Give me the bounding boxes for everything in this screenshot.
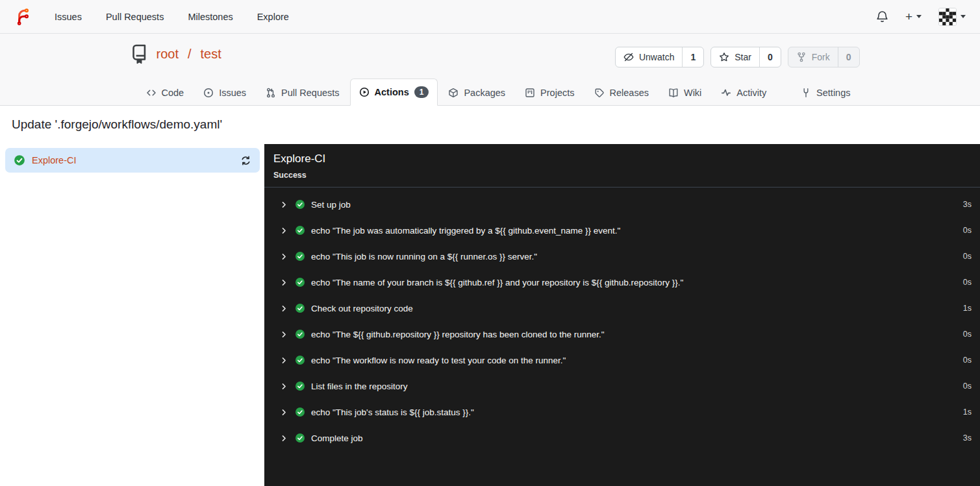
chevron-down-icon — [961, 15, 966, 18]
forks-count[interactable]: 0 — [838, 47, 859, 67]
tab-label: Releases — [610, 88, 649, 98]
step-name: List files in the repository — [311, 382, 955, 391]
step-success-icon — [295, 355, 305, 365]
job-sidebar: Explore-CI — [0, 144, 264, 486]
pull-request-icon — [266, 88, 276, 98]
navbar-right: + — [876, 8, 966, 26]
console-header: Explore-CI Success — [264, 144, 980, 188]
step-success-icon — [295, 303, 305, 313]
user-menu[interactable] — [938, 8, 966, 26]
step-duration: 0s — [963, 330, 972, 339]
job-success-icon — [14, 154, 25, 166]
step-duration: 0s — [963, 356, 972, 365]
tab-label: Activity — [736, 88, 766, 98]
repo-tabs: Code Issues Pull Requests — [137, 79, 860, 106]
step-success-icon — [295, 329, 305, 339]
repo-owner-link[interactable]: root — [157, 47, 179, 62]
tab-label: Actions — [375, 87, 409, 97]
step-success-icon — [295, 381, 305, 391]
chevron-right-icon[interactable] — [280, 252, 288, 261]
pulse-icon — [721, 88, 731, 98]
tab-packages[interactable]: Packages — [439, 80, 514, 106]
chevron-right-icon[interactable] — [280, 200, 288, 209]
step-row[interactable]: Check out repository code 1s — [264, 295, 980, 321]
star-button-group: Star 0 — [710, 47, 781, 67]
chevron-right-icon[interactable] — [280, 434, 288, 443]
tab-pull-requests[interactable]: Pull Requests — [257, 80, 348, 106]
book-icon — [668, 88, 679, 98]
rerun-job-icon[interactable] — [240, 155, 251, 166]
wrench-icon — [801, 88, 811, 98]
step-row[interactable]: List files in the repository 0s — [264, 373, 980, 399]
step-row[interactable]: Complete job 3s — [264, 425, 980, 451]
chevron-right-icon[interactable] — [280, 226, 288, 235]
tag-icon — [594, 88, 605, 98]
chevron-down-icon — [916, 15, 922, 18]
step-row[interactable]: echo "This job's status is ${{ job.statu… — [264, 399, 980, 425]
tab-issues[interactable]: Issues — [194, 80, 255, 106]
notifications-bell-icon[interactable] — [876, 10, 888, 23]
step-duration: 1s — [963, 407, 972, 417]
step-name: Complete job — [311, 433, 955, 443]
step-row[interactable]: echo "The workflow is now ready to test … — [264, 347, 980, 373]
step-duration: 3s — [963, 433, 972, 443]
console-status-text: Success — [273, 171, 971, 180]
unwatch-button[interactable]: Unwatch — [616, 47, 682, 67]
step-success-icon — [295, 407, 305, 417]
step-name: Check out repository code — [311, 304, 955, 313]
chevron-right-icon[interactable] — [280, 408, 288, 417]
fork-button[interactable]: Fork — [788, 47, 838, 67]
step-row[interactable]: echo "This job is now running on a ${{ r… — [264, 243, 980, 269]
tab-projects[interactable]: Projects — [516, 80, 583, 106]
watchers-count[interactable]: 1 — [682, 47, 703, 67]
tab-actions[interactable]: Actions 1 — [350, 79, 438, 106]
console-job-title: Explore-CI — [273, 152, 971, 165]
step-duration: 3s — [963, 200, 972, 209]
repo-title: root / test — [131, 44, 221, 64]
step-success-icon — [295, 277, 305, 287]
tab-activity[interactable]: Activity — [712, 80, 775, 106]
step-success-icon — [295, 251, 305, 261]
nav-item-issues[interactable]: Issues — [55, 12, 82, 22]
tab-code[interactable]: Code — [137, 80, 194, 106]
fork-label: Fork — [812, 52, 830, 62]
step-success-icon — [295, 433, 305, 443]
steps-list: Set up job 3s echo "The job was automati… — [264, 188, 980, 451]
code-icon — [146, 88, 157, 98]
star-button[interactable]: Star — [711, 47, 759, 67]
step-row[interactable]: echo "The name of your branch is ${{ git… — [264, 269, 980, 295]
job-name: Explore-CI — [32, 155, 234, 165]
step-row[interactable]: echo "The ${{ github.repository }} repos… — [264, 321, 980, 347]
step-success-icon — [295, 225, 305, 236]
chevron-right-icon[interactable] — [280, 278, 288, 287]
nav-item-milestones[interactable]: Milestones — [188, 12, 232, 22]
package-icon — [448, 88, 459, 98]
tab-wiki[interactable]: Wiki — [659, 80, 710, 106]
tab-releases[interactable]: Releases — [585, 80, 658, 106]
tab-label: Wiki — [684, 88, 701, 98]
tab-label: Pull Requests — [281, 88, 339, 98]
forgejo-app: Issues Pull Requests Milestones Explore … — [0, 0, 980, 486]
chevron-right-icon[interactable] — [280, 356, 288, 365]
step-duration: 1s — [963, 304, 972, 313]
chevron-right-icon[interactable] — [280, 382, 288, 391]
step-row[interactable]: Set up job 3s — [264, 191, 980, 217]
step-name: echo "The ${{ github.repository }} repos… — [311, 330, 955, 339]
nav-item-explore[interactable]: Explore — [257, 12, 289, 22]
avatar — [938, 8, 957, 26]
repo-name-link[interactable]: test — [201, 47, 221, 62]
nav-item-pull-requests[interactable]: Pull Requests — [106, 12, 164, 22]
chevron-right-icon[interactable] — [280, 330, 288, 339]
forgejo-logo-icon[interactable] — [14, 8, 32, 26]
tab-settings[interactable]: Settings — [792, 80, 859, 106]
step-row[interactable]: echo "The job was automatically triggere… — [264, 217, 980, 243]
star-label: Star — [735, 52, 751, 62]
stars-count[interactable]: 0 — [759, 47, 781, 67]
create-new-dropdown[interactable]: + — [905, 10, 922, 23]
step-duration: 0s — [963, 278, 972, 287]
repo-icon — [131, 44, 149, 64]
step-duration: 0s — [963, 226, 972, 235]
job-item-explore-ci[interactable]: Explore-CI — [5, 148, 260, 173]
chevron-right-icon[interactable] — [280, 304, 288, 313]
plus-icon: + — [905, 10, 912, 23]
